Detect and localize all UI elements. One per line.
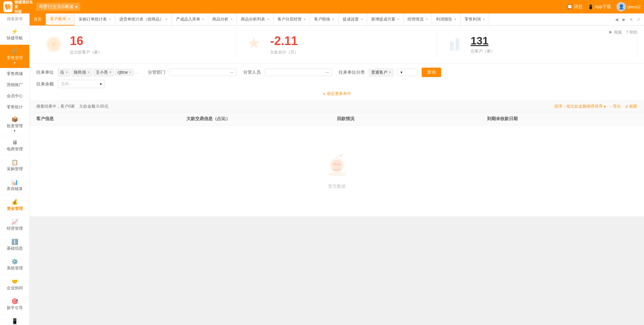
tab-prev-btn[interactable]: ◀ [613,16,620,23]
sidebar-item-cooperation[interactable]: 🤝 企业协同 [0,275,29,295]
remove-unit-chen[interactable]: × [87,70,90,75]
sidebar: 搜索菜单 ⚡ 快捷导航 🛒 零售管理 ▾ 零售商城 营销推广 会员中心 零售统计… [0,13,30,325]
sidebar-item-wholesale[interactable]: 📦 批发管理 ▾ [0,113,29,136]
stats-area: ¥ 16 总欠款客户（家） [30,26,644,64]
remove-category-normal[interactable]: × [389,70,391,75]
stat-label-debt-amount: 欠款合计（万） [270,49,298,55]
svg-rect-12 [458,43,459,44]
chevron-icon: ▾ [2,61,27,65]
tab-customer-ledger[interactable]: 客户账本 × [46,13,75,26]
tab-retail-profit[interactable]: 零售利润 × [461,13,489,26]
tab-customer-contact[interactable]: 客户联络 × [310,13,339,26]
message-icon: 💬 [567,4,572,9]
page-content: ¥ 16 总欠款客户（家） [30,26,644,325]
sidebar-item-operations[interactable]: 📈 经营管理 [0,215,29,235]
message-btn[interactable]: 💬 消息 [567,4,583,10]
user-menu[interactable]: 👤 demo2 [616,2,641,11]
sidebar-item-system[interactable]: ⚙️ 系统管理 [0,255,29,275]
sidebar-item-app-center[interactable]: 📱 应用中心 [0,315,29,325]
remove-unit-wang[interactable]: × [109,70,112,75]
collapse-icon: ∧ [323,92,326,96]
sidebar-item-finance[interactable]: 💰 资金管理 [0,195,29,215]
stat-number-total-customers[interactable]: 131 [471,35,495,47]
download-icon: 📱 [588,4,593,9]
unit-tag-wu: 伍 × [58,69,70,76]
tab-close-purchase-order[interactable]: × [109,17,111,21]
tab-goods-analysis[interactable]: 商品分析 × [208,13,237,26]
tab-close-commission[interactable]: × [361,17,363,21]
empty-state: 暂无数据 [30,125,644,216]
amount-filter-select[interactable]: 选择... ▾ [58,80,105,88]
unit-tag-chen: 陈民强 × [72,69,92,76]
tab-close-product-inbound[interactable]: × [202,17,204,21]
svg-point-17 [332,160,342,171]
svg-rect-14 [458,46,459,47]
app-download-btn[interactable]: 📱 App下载 [588,4,611,10]
svg-marker-4 [249,38,259,48]
chevron-down-amount: ▾ [100,82,102,86]
tab-goods-analysis-list[interactable]: 商品分析列表 × [237,13,273,26]
category-tag-normal: 普通客户 × [369,69,393,76]
sidebar-item-search[interactable]: 搜索菜单 [0,13,29,25]
coin-icon: ¥ [43,34,65,55]
tab-close-goods-analysis-list[interactable]: × [267,17,269,21]
tab-profit-report[interactable]: 利润报告 × [432,13,461,26]
tab-close-goods-analysis[interactable]: × [230,17,232,21]
remove-unit-cjttcw[interactable]: × [129,70,131,75]
tab-expand-btn[interactable]: ⤢ [635,16,642,23]
sort-label[interactable]: 排序：按欠款金额倒序排序 ▾ [554,104,606,109]
tab-close-customer-ledger[interactable]: × [68,17,70,21]
col-header-repayment: 回款情况 [337,116,487,122]
tab-close-inbound[interactable]: × [166,17,168,21]
search-result-bar: 搜索结果中，客户0家 欠款金额 0.00元 排序：按欠款金额倒序排序 ▾ ↑ 导… [30,101,644,112]
export-btn[interactable]: ↑ 导出 [610,104,621,109]
tab-commission-settings[interactable]: 提成设置 × [339,13,367,26]
avatar: 👤 [616,2,626,11]
sidebar-item-newbie[interactable]: 🎯 新手引导 [0,295,29,315]
tab-inbound-stats[interactable]: 进货单统计表（按商品） × [115,13,172,26]
query-button[interactable]: 查询 [422,68,441,77]
tab-customer-tier[interactable]: 客户分层经营 × [273,13,310,26]
remove-unit-wu[interactable]: × [66,70,68,75]
tab-close-retail-profit[interactable]: × [483,17,485,21]
sidebar-item-member-center[interactable]: 会员中心 [0,91,29,102]
question-icon: ? [626,30,629,35]
table-header: 客户信息 欠款交易信息（占比） 回款情况 到期未收款日期 [30,112,644,125]
tab-close-operations[interactable]: × [426,17,428,21]
tab-close-customer-contact[interactable]: × [332,17,334,21]
tab-home[interactable]: 首页 [30,13,46,26]
sidebar-item-quick-nav[interactable]: ⚡ 快捷导航 [0,25,29,45]
sidebar-item-retail-stats[interactable]: 零售统计 [0,102,29,113]
tab-operations[interactable]: 经营情况 × [403,13,432,26]
unit-more[interactable]: ... [135,70,138,75]
tab-close-profit[interactable]: × [454,17,456,21]
tab-new-commission[interactable]: 新增提成方案 × [367,13,404,26]
tab-bar: 首页 客户账本 × 采购订单统计表 × 进货单统计表（按商品） × 产成品入库单… [30,13,644,26]
svg-rect-5 [450,41,454,51]
sidebar-item-marketing[interactable]: 营销推广 [0,79,29,91]
refresh-icon: ↺ [625,104,628,109]
help-link[interactable]: ? 帮助 [626,30,637,35]
svg-rect-10 [458,41,459,42]
tab-next-btn[interactable]: ▶ [620,16,627,23]
tab-close-all-btn[interactable]: ✕ [628,16,635,23]
person-filter-select[interactable]: ··· [265,69,332,76]
stat-number-debt-amount: -2.11 [270,34,298,48]
sidebar-item-purchase[interactable]: 📋 采购管理 [0,156,29,176]
sidebar-item-retail-mgmt[interactable]: 🛒 零售管理 ▾ [0,45,29,68]
sidebar-item-retail-mall[interactable]: 零售商城 [0,68,29,79]
refresh-btn[interactable]: ↺ 刷新 [625,104,637,109]
sidebar-item-inventory[interactable]: 📊 库存核算 [0,176,29,195]
sidebar-item-ecommerce[interactable]: 🖥 电商管理 [0,136,29,156]
tab-product-inbound[interactable]: 产成品入库单 × [172,13,209,26]
dept-filter-select[interactable]: ··· [169,69,237,76]
stat-number-debt-customers: 16 [70,34,102,48]
video-link[interactable]: ▶ 视频 [609,30,622,35]
tab-close-new-commission[interactable]: × [397,17,399,21]
category-filter-dropdown[interactable]: ▾ [397,69,418,76]
collapse-btn[interactable]: ∧ 收起更多条件 [36,91,637,97]
company-select[interactable]: 母婴行业演示帐套 ▾ [36,3,80,11]
tab-purchase-order[interactable]: 采购订单统计表 × [75,13,115,26]
sidebar-item-basic-info[interactable]: ℹ️ 基础信息 [0,235,29,255]
tab-close-customer-tier[interactable]: × [304,17,306,21]
